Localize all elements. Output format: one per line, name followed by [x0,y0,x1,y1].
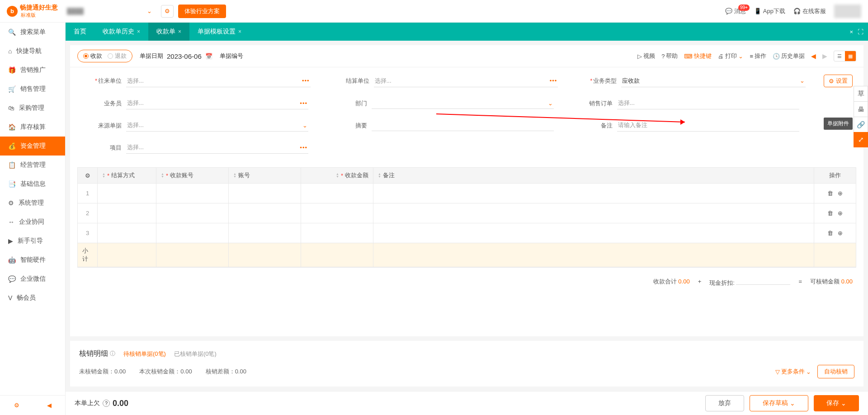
delete-row-button[interactable]: 🗑 [827,210,833,217]
th-amount[interactable]: ▲▼*收款金额 [301,168,373,183]
view-list-button[interactable]: ☰ [834,51,845,61]
sidebar-item-wx[interactable]: 💬企业微信 [0,269,65,288]
mobile-icon: 📱 [754,8,761,14]
discard-button[interactable]: 放弃 [705,395,744,411]
company-selector[interactable]: ████ ⌄ [67,8,152,14]
table-row[interactable]: 3 🗑⊕ [78,223,856,243]
sidebar-item-member[interactable]: V畅会员 [0,288,65,307]
settle-unit-select[interactable]: 选择...••• [374,75,558,87]
auto-verify-button[interactable]: 自动核销 [817,365,854,378]
tab-close-icon[interactable]: × [238,28,241,35]
form-settings-button[interactable]: ⚙设置 [824,75,853,87]
vip-icon: V [8,294,12,302]
discount-input[interactable] [736,276,790,285]
next-doc-button[interactable]: ▶ [822,52,827,60]
video-help-button[interactable]: ▷视频 [637,52,655,60]
print-button[interactable]: 🖨打印⌄ [718,52,743,60]
cart-icon: 🛒 [8,85,16,93]
chevron-down-icon: ⌄ [841,400,846,407]
chevron-down-icon: ⌄ [800,77,805,84]
tabs-fullscreen-button[interactable]: ⛶ [858,28,863,35]
tab-home[interactable]: 首页 [66,23,94,41]
add-row-button[interactable]: ⊕ [838,230,843,236]
tab-template-settings[interactable]: 单据模板设置× [189,23,250,41]
remark-input[interactable]: 请输入备注 [617,119,799,132]
more-conditions-button[interactable]: ▽更多条件⌄ [775,368,811,376]
view-form-button[interactable]: ▦ [845,51,856,61]
table-row[interactable]: 1 🗑⊕ [78,184,856,203]
hotkey-button[interactable]: ⌨快捷键 [684,52,712,60]
sidebar-item-sys[interactable]: ⚙系统管理 [0,193,65,212]
app-download-link[interactable]: 📱 App下载 [754,7,785,15]
summary-input[interactable] [372,120,554,131]
delete-row-button[interactable]: 🗑 [827,230,833,236]
sidebar-item-purchase[interactable]: 🛍采购管理 [0,99,65,118]
side-tab-print[interactable]: 🖶 [854,101,868,117]
th-remark[interactable]: ▲▼备注 [373,168,814,183]
sidebar-item-biz[interactable]: 📋经营管理 [0,156,65,174]
add-row-button[interactable]: ⊕ [838,210,843,217]
add-row-button[interactable]: ⊕ [838,190,843,197]
th-num[interactable]: ▲▼账号 [229,168,301,183]
partner-select[interactable]: 选择...••• [126,75,311,87]
tab-close-icon[interactable]: × [137,28,140,35]
table-settings-button[interactable]: ⚙ [78,168,98,183]
table-row[interactable]: 2 🗑⊕ [78,203,856,223]
question-icon: ? [661,53,665,60]
side-tab-expand[interactable]: ⤢ [854,132,868,147]
side-tab-draft[interactable]: 草 [854,86,868,101]
sidebar-item-coop[interactable]: ↔企业协同 [0,212,65,231]
salesman-select[interactable]: 选择...••• [126,97,308,109]
sidebar-item-funds[interactable]: 💰资金管理 [0,137,65,156]
th-account[interactable]: ▲▼*收款账号 [156,168,229,183]
sidebar-item-stock[interactable]: 🏠库存核算 [0,118,65,137]
sidebar-item-search[interactable]: 🔍搜索菜单 [0,23,65,42]
verify-tab-pending[interactable]: 待核销单据(0笔) [123,350,166,358]
wechat-icon: 💬 [8,275,16,283]
source-doc-select[interactable]: 选择...⌄ [126,119,308,132]
sidebar-item-base[interactable]: 📑基础信息 [0,174,65,193]
user-avatar[interactable] [834,5,861,18]
sidebar-item-hw[interactable]: 🤖智能硬件 [0,250,65,269]
verify-tab-done[interactable]: 已核销单据(0笔) [174,350,217,358]
project-select[interactable]: 选择...••• [126,141,308,154]
delete-row-button[interactable]: 🗑 [827,190,833,197]
radio-refund[interactable]: 退款 [108,52,127,60]
attachment-icon: 🔗 [857,121,865,129]
prev-doc-button[interactable]: ◀ [811,52,816,60]
ellipsis-icon: ••• [550,77,557,84]
save-button[interactable]: 保存⌄ [814,395,859,411]
settings-gear-button[interactable]: ⚙ [161,5,174,18]
side-utility-tabs: 草 🖶 🔗 ⤢ [854,86,868,147]
calendar-icon[interactable]: 📅 [205,53,212,60]
save-draft-button[interactable]: 保存草稿⌄ [750,395,808,411]
support-link[interactable]: 🎧 在线客服 [793,7,826,15]
sidebar-collapse-button[interactable]: ◀ [47,402,52,409]
trial-industry-button[interactable]: 体验行业方案 [178,5,226,18]
tab-close-icon[interactable]: × [178,28,181,35]
sidebar-settings-button[interactable]: ⚙ [14,402,19,409]
question-icon[interactable]: ⓘ [110,350,115,358]
sidebar-item-guide[interactable]: ▶新手引导 [0,231,65,250]
question-icon[interactable]: ? [103,400,110,407]
date-value[interactable]: 2023-06-06 [167,52,202,60]
messages-link[interactable]: 💬 消息 99+ [725,7,746,15]
sidebar-item-marketing[interactable]: 🎁营销推广 [0,61,65,80]
tab-receipt[interactable]: 收款单× [148,23,189,41]
tabs-close-all-button[interactable]: × [849,28,853,35]
subtotal-row: 小计 [78,243,856,267]
tab-receipt-history[interactable]: 收款单历史× [94,23,148,41]
sidebar-item-quicknav[interactable]: ⌂快捷导航 [0,42,65,61]
th-settle[interactable]: ▲▼*结算方式 [98,168,156,183]
sales-order-select[interactable]: 选择... [617,97,799,109]
dept-select[interactable]: ⌄ [372,98,554,109]
help-button[interactable]: ?帮助 [661,52,678,60]
operation-button[interactable]: ≡操作 [750,52,766,60]
history-button[interactable]: 🕓历史单据 [773,52,805,60]
radio-receipt[interactable]: 收款 [83,52,102,60]
biz-type-select[interactable]: 应收款⌄ [621,75,806,87]
side-tab-attachment[interactable]: 🔗 [854,117,868,132]
main-content: 首页 收款单历史× 收款单× 单据模板设置× × ⛶ 收款 退款 单据日期 20… [66,23,868,415]
sidebar-item-sales[interactable]: 🛒销售管理 [0,80,65,99]
clipboard-icon: 📋 [8,161,16,169]
